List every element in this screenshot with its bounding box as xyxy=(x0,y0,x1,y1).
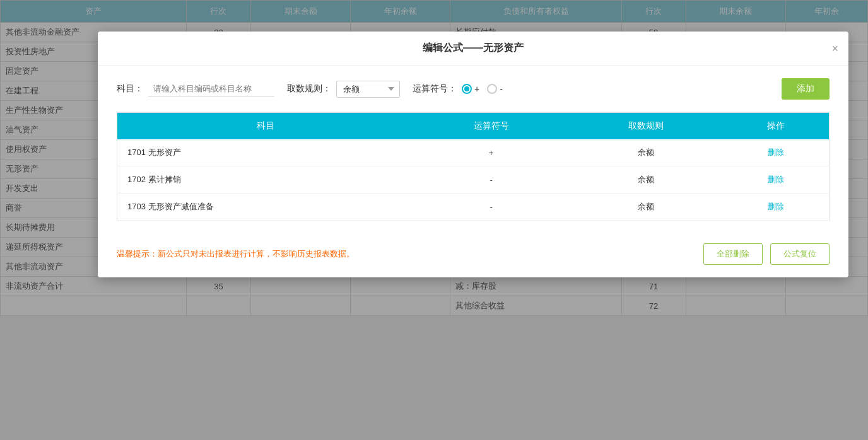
hint-text: 温馨提示：新公式只对未出报表进行计算，不影响历史报表数据。 xyxy=(117,248,355,260)
formula-subject-cell: 1702 累计摊销 xyxy=(117,166,414,194)
close-button[interactable]: × xyxy=(831,43,838,54)
formula-action-cell: 删除 xyxy=(723,139,829,166)
formula-table-body: 1701 无形资产 + 余额 删除 1702 累计摊销 - 余额 删除 1703… xyxy=(117,139,830,221)
formula-rule-cell: 余额 xyxy=(568,194,723,221)
formula-table-row: 1703 无形资产减值准备 - 余额 删除 xyxy=(117,194,830,221)
operator-label: 运算符号： xyxy=(413,83,457,95)
formula-action-cell: 删除 xyxy=(723,194,829,221)
footer-buttons: 全部删除 公式复位 xyxy=(703,243,830,265)
radio-circle-plus xyxy=(462,84,472,94)
formula-table-row: 1701 无形资产 + 余额 删除 xyxy=(117,139,830,166)
formula-operator-cell: + xyxy=(414,139,568,166)
formula-form-row: 科目： 取数规则： 余额 借方发生额 贷方发生额 运算符号： xyxy=(117,78,830,100)
col-subject: 科目 xyxy=(117,113,414,140)
modal-title: 编辑公式——无形资产 xyxy=(423,42,524,55)
subject-label: 科目： xyxy=(117,83,143,95)
add-button[interactable]: 添加 xyxy=(782,78,830,100)
reset-button[interactable]: 公式复位 xyxy=(770,243,830,265)
rule-group: 取数规则： 余额 借方发生额 贷方发生额 xyxy=(287,81,400,98)
formula-operator-cell: - xyxy=(414,166,568,194)
delete-row-link[interactable]: 删除 xyxy=(768,175,784,184)
formula-subject-cell: 1701 无形资产 xyxy=(117,139,414,166)
operator-minus-label: - xyxy=(500,84,503,94)
formula-action-cell: 删除 xyxy=(723,166,829,194)
formula-subject-cell: 1703 无形资产减值准备 xyxy=(117,194,414,221)
modal-header: 编辑公式——无形资产 × xyxy=(98,32,848,66)
col-rule: 取数规则 xyxy=(568,113,723,140)
formula-table-head: 科目 运算符号 取数规则 操作 xyxy=(117,113,830,140)
rule-select-wrap: 余额 借方发生额 贷方发生额 xyxy=(336,81,400,98)
subject-input[interactable] xyxy=(148,81,274,96)
formula-table-header-row: 科目 运算符号 取数规则 操作 xyxy=(117,113,830,140)
formula-table-row: 1702 累计摊销 - 余额 删除 xyxy=(117,166,830,194)
operator-plus-label: + xyxy=(474,84,479,94)
delete-row-link[interactable]: 删除 xyxy=(768,202,784,211)
col-action: 操作 xyxy=(723,113,829,140)
operator-plus-radio[interactable]: + xyxy=(462,84,479,94)
formula-table: 科目 运算符号 取数规则 操作 1701 无形资产 + 余额 删除 1702 累… xyxy=(117,112,830,221)
edit-formula-modal: 编辑公式——无形资产 × 科目： 取数规则： 余额 借方发生额 贷方发生额 xyxy=(98,32,848,277)
operator-group: 运算符号： + - xyxy=(413,83,503,95)
formula-rule-cell: 余额 xyxy=(568,166,723,194)
modal-body: 科目： 取数规则： 余额 借方发生额 贷方发生额 运算符号： xyxy=(98,66,848,233)
rule-select[interactable]: 余额 借方发生额 贷方发生额 xyxy=(336,81,400,98)
operator-radio-group: + - xyxy=(462,84,503,94)
col-operator: 运算符号 xyxy=(414,113,568,140)
formula-rule-cell: 余额 xyxy=(568,139,723,166)
formula-operator-cell: - xyxy=(414,194,568,221)
radio-circle-minus xyxy=(487,84,497,94)
operator-minus-radio[interactable]: - xyxy=(487,84,503,94)
delete-row-link[interactable]: 删除 xyxy=(768,148,784,157)
modal-footer: 温馨提示：新公式只对未出报表进行计算，不影响历史报表数据。 全部删除 公式复位 xyxy=(98,233,848,265)
rule-label: 取数规则： xyxy=(287,83,331,95)
delete-all-button[interactable]: 全部删除 xyxy=(703,243,763,265)
subject-group: 科目： xyxy=(117,81,274,96)
